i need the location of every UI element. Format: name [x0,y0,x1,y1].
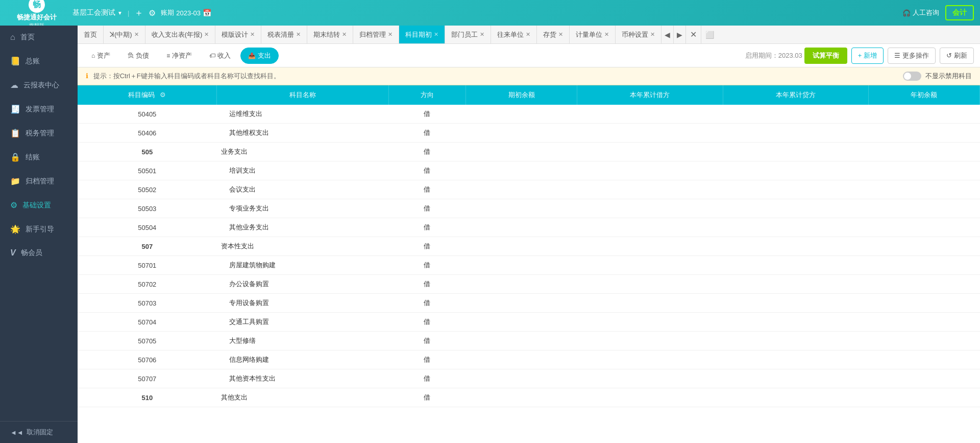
sub-tab-expenditure[interactable]: 📤 支出 [240,48,279,64]
sidebar-item-tax[interactable]: 📋 税务管理 [0,121,78,145]
cell-opening-balance [466,294,577,313]
tab-inventory-label: 存货 [543,30,556,39]
tab-close-icon[interactable]: ✕ [134,31,139,38]
table-row[interactable]: 50501 培训支出 借 [78,161,980,180]
cell-code: 50503 [78,199,217,218]
logo-letter: 畅 [33,0,41,10]
table-row[interactable]: 505 业务支出 借 [78,143,980,161]
cell-name: 其他业务支出 [217,218,388,237]
sidebar-item-close[interactable]: 🔒 结账 [0,145,78,169]
table-row[interactable]: 50705 大型修缮 借 [78,332,980,351]
sidebar-item-home[interactable]: ⌂ 首页 [0,26,78,49]
tab-measure[interactable]: 计量单位 ✕ [570,26,616,44]
company-selector[interactable]: 基层工会测试 ▼ [72,8,122,17]
cell-opening-balance [466,237,577,256]
toggle-label: 不显示禁用科目 [925,72,972,81]
sidebar-item-reports[interactable]: ☁ 云报表中心 [0,73,78,97]
table-row[interactable]: 50503 专项业务支出 借 [78,199,980,218]
account-type-button[interactable]: 会计 [945,5,974,20]
more-button[interactable]: ☰ 更多操作 [888,48,936,64]
tab-close-icon[interactable]: ✕ [342,31,347,38]
table-row[interactable]: 50405 运维维支出 借 [78,105,980,124]
cell-ytd-debit [577,332,723,351]
cell-direction: 借 [388,143,466,161]
sidebar-item-ledger[interactable]: 📒 总账 [0,49,78,73]
tab-currency[interactable]: 币种设置 ✕ [616,26,662,44]
tab-close-icon[interactable]: ✕ [204,31,209,38]
table-row[interactable]: 50706 信息网络购建 借 [78,351,980,369]
tab-close-icon[interactable]: ✕ [558,31,563,38]
settings-icon[interactable]: ⚙ [149,8,156,18]
tab-subject-init[interactable]: 科目期初 ✕ [399,26,445,44]
sub-tab-income[interactable]: 🏷 收入 [202,48,238,64]
table-row[interactable]: 50707 其他资本性支出 借 [78,369,980,388]
col-settings-icon[interactable]: ⚙ [160,91,166,99]
tab-close-icon[interactable]: ✕ [296,31,301,38]
tab-close-icon[interactable]: ✕ [604,31,609,38]
tab-prev-button[interactable]: ◀ [662,26,674,44]
tab-inventory[interactable]: 存货 ✕ [537,26,570,44]
member-icon: V [10,248,16,258]
tab-close-all-button[interactable]: ✕ [686,26,701,44]
table-row[interactable]: 50504 其他业务支出 借 [78,218,980,237]
info-icon: ℹ [86,72,88,80]
tab-tax-clear[interactable]: 税表清册 ✕ [261,26,307,44]
add-button[interactable]: + 新增 [851,48,884,64]
disable-toggle[interactable] [903,72,921,81]
tab-dept[interactable]: 部门员工 ✕ [445,26,491,44]
table-row[interactable]: 507 资本性支出 借 [78,237,980,256]
tab-unit[interactable]: 往来单位 ✕ [491,26,537,44]
cell-code: 50504 [78,218,217,237]
calendar-icon[interactable]: 📅 [203,9,211,17]
tab-close-icon[interactable]: ✕ [480,31,484,38]
cell-ytd-debit [577,218,723,237]
cell-ytd-debit [577,105,723,124]
table-row[interactable]: 50703 专用设备购置 借 [78,294,980,313]
table-row[interactable]: 50502 会议支出 借 [78,180,980,199]
tab-next-button[interactable]: ▶ [674,26,686,44]
cell-ytd-debit [577,237,723,256]
sidebar-item-guide[interactable]: 🌟 新手引导 [0,217,78,241]
table-row[interactable]: 510 其他支出 借 [78,388,980,407]
tab-close-icon[interactable]: ✕ [650,31,655,38]
sub-tab-expenditure-label: 支出 [258,51,271,60]
cell-ytd-credit [723,313,868,332]
balance-button[interactable]: 试算平衡 [804,48,847,64]
sub-tab-liability[interactable]: 负 负债 [120,48,157,64]
sidebar-pin-toggle[interactable]: ◄◄ 取消固定 [0,421,78,443]
table-row[interactable]: 50702 办公设备购置 借 [78,275,980,294]
sidebar-item-invoice[interactable]: 🧾 发票管理 [0,97,78,121]
tab-balance-mid[interactable]: ꓘ(中期) ✕ [104,26,145,44]
sidebar-item-archive[interactable]: 📁 归档管理 [0,169,78,193]
tab-period-end[interactable]: 期末结转 ✕ [307,26,353,44]
tab-template[interactable]: 模版设计 ✕ [215,26,261,44]
tab-income[interactable]: 收入支出表(年报) ✕ [145,26,216,44]
sidebar-item-settings[interactable]: ⚙ 基础设置 [0,193,78,217]
tab-archive[interactable]: 归档管理 ✕ [353,26,399,44]
cell-year-start [868,369,979,388]
cell-code: 50501 [78,161,217,180]
tab-close-icon[interactable]: ✕ [526,31,530,38]
table-row[interactable]: 50704 交通工具购置 借 [78,313,980,332]
tab-home[interactable]: 首页 [78,26,104,44]
sub-tab-net-asset[interactable]: ≡ 净资产 [159,48,200,64]
tab-close-icon[interactable]: ✕ [250,31,255,38]
customer-service-button[interactable]: 🎧 人工咨询 [902,8,939,17]
tab-close-icon[interactable]: ✕ [388,31,393,38]
cell-ytd-credit [723,237,868,256]
cell-ytd-credit [723,180,868,199]
tab-expand-button[interactable]: ⬜ [701,26,718,44]
sidebar-item-member[interactable]: V 畅会员 [0,241,78,265]
table-row[interactable]: 50406 其他维权支出 借 [78,124,980,143]
sub-tab-asset[interactable]: ⌂ 资产 [84,48,118,64]
add-company-button[interactable]: ＋ [134,7,143,19]
cell-opening-balance [466,332,577,351]
lock-icon: 🔒 [10,152,20,162]
refresh-button[interactable]: ↺ 刷新 [940,48,974,64]
col-direction: 方向 [388,85,466,105]
table-row[interactable]: 50701 房屋建筑物购建 借 [78,256,980,275]
tab-close-icon[interactable]: ✕ [434,31,438,38]
cell-year-start [868,237,979,256]
cell-opening-balance [466,388,577,407]
cell-name: 办公设备购置 [217,275,388,294]
